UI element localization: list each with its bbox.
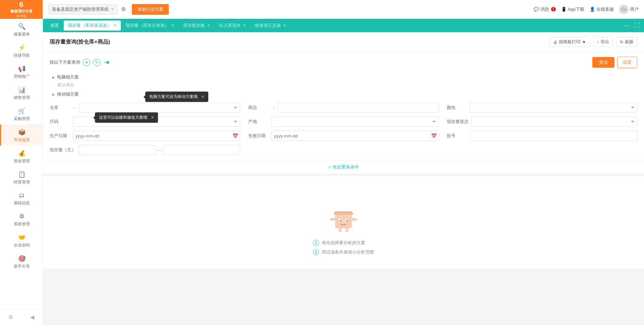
collapse-sidebar-btn[interactable]: ◀ bbox=[28, 313, 37, 322]
sidebar-item-purchase[interactable]: 🛒 采购管理 bbox=[0, 103, 43, 124]
tooltip-scheme-close[interactable]: ✕ bbox=[201, 95, 204, 99]
mobile-icon: 📱 bbox=[561, 7, 567, 12]
message-btn[interactable]: 💬 消息 6 bbox=[534, 6, 556, 12]
tooltip-create-close[interactable]: ✕ bbox=[151, 115, 154, 119]
sidebar-item-label: 营销推广 bbox=[14, 74, 30, 79]
expiry-date-label: 失效日期 bbox=[248, 133, 268, 139]
sidebar-item-basic[interactable]: 🗂 基础信息 bbox=[0, 188, 43, 209]
pc-node-sub: 默认商品 bbox=[58, 82, 637, 89]
product-input[interactable] bbox=[278, 103, 439, 113]
tab-home[interactable]: 首页 bbox=[46, 20, 64, 31]
production-date-input[interactable] bbox=[72, 131, 240, 141]
system-selector[interactable]: 装备及固定资产辅助管理系统 ▼ bbox=[48, 4, 118, 14]
svg-rect-9 bbox=[345, 228, 348, 232]
svg-rect-6 bbox=[330, 218, 335, 221]
tab-inventory-status[interactable]: 现存量（库存状况表） ✕ bbox=[64, 20, 121, 31]
filter-field-stock-qty: 现存量（主） — bbox=[50, 145, 240, 155]
topbar: 装备及固定资产辅助管理系统 ▼ ⚙ 体验行业方案 💬 消息 6 📱 App下载 … bbox=[43, 0, 644, 19]
purchase-icon: 🛒 bbox=[18, 107, 25, 115]
expiry-calendar-icon[interactable]: 📅 bbox=[431, 133, 437, 139]
tab-recv-summary-label: 收发存汇总表 bbox=[255, 22, 281, 29]
filter-field-production-date: 生产日期 📅 bbox=[50, 131, 240, 141]
support-icon: 👤 bbox=[590, 7, 595, 12]
stock-qty-max[interactable] bbox=[163, 145, 240, 155]
calendar-icon[interactable]: 📅 bbox=[232, 133, 238, 139]
refresh-btn[interactable]: ↻ 刷新 bbox=[616, 37, 637, 47]
sidebar-item-sales[interactable]: 📊 销售管理 bbox=[0, 82, 43, 103]
sidebar-item-guide[interactable]: 🎯 新手引导 bbox=[0, 251, 43, 272]
tab-recv-summary[interactable]: 收发存汇总表 ✕ bbox=[251, 20, 290, 31]
settings-bottom-btn[interactable]: ⚙ bbox=[6, 313, 16, 322]
export-btn[interactable]: ↑ 导出 bbox=[593, 37, 613, 47]
settings-btn[interactable]: 设置 bbox=[617, 57, 637, 68]
system-selector-arrow: ▼ bbox=[111, 7, 114, 11]
filter-add-btn[interactable]: + bbox=[83, 59, 90, 66]
tab-close-icon[interactable]: ✕ bbox=[207, 23, 210, 28]
topbar-gear-icon[interactable]: ⚙ bbox=[121, 6, 126, 12]
operations-icon: 📋 bbox=[18, 171, 25, 178]
warehouse-select[interactable] bbox=[79, 103, 240, 113]
user-btn[interactable]: Ea 用户 bbox=[619, 5, 639, 14]
empty-state: 1 请先选择要分析的方案 2 用过滤条件来缩小分析范围 bbox=[43, 176, 644, 269]
tab-maximize-btn[interactable]: ⛶ bbox=[633, 22, 641, 29]
app-download-label: App下载 bbox=[568, 6, 584, 12]
user-label: 用户 bbox=[630, 6, 639, 12]
tab-inventory-status-label: 现存量（库存状况表） bbox=[68, 22, 111, 29]
print-template-btn[interactable]: 🖨 按模板打印 ▼ bbox=[549, 37, 590, 47]
svg-marker-1 bbox=[333, 211, 354, 215]
tab-inout-flow[interactable]: 出入库流水 ✕ bbox=[215, 20, 250, 31]
scheme-node-pc[interactable]: ▶ 电脑端方案 bbox=[52, 73, 637, 82]
refresh-icon: ↻ bbox=[620, 40, 624, 45]
color-label: 颜色 bbox=[447, 105, 467, 111]
sidebar-item-operations[interactable]: 📋 经营管理 bbox=[0, 167, 43, 188]
color-select[interactable] bbox=[470, 103, 637, 113]
tab-inventory-dist[interactable]: 现存量（库存分布表） ✕ bbox=[121, 20, 178, 31]
stock-qty-min[interactable] bbox=[78, 145, 156, 155]
tab-close-icon[interactable]: ✕ bbox=[243, 23, 246, 28]
page-content: 现存量查询(按仓库+商品) 🖨 按模板打印 ▼ ↑ 导出 ↻ 刷新 bbox=[43, 32, 644, 325]
filter-field-expiry-date: 失效日期 📅 bbox=[248, 131, 439, 141]
sidebar-item-quick[interactable]: ⚡ 快捷导航 bbox=[0, 40, 43, 61]
tabs-bar: 首页 现存量（库存状况表） ✕ 现存量（库存分布表） ✕ 库存批次账 ✕ 出入库… bbox=[43, 19, 644, 32]
tab-minimize-btn[interactable]: — bbox=[623, 22, 631, 29]
sidebar-item-search[interactable]: 🔍 搜索菜单 bbox=[0, 19, 43, 40]
tab-close-icon[interactable]: ✕ bbox=[283, 23, 286, 28]
production-date-wrapper: 📅 bbox=[72, 131, 240, 141]
tab-close-icon[interactable]: ✕ bbox=[113, 23, 117, 28]
industry-btn[interactable]: 体验行业方案 bbox=[132, 4, 169, 15]
logo-main: 畅捷通好生意 bbox=[10, 9, 33, 13]
online-support-btn[interactable]: 👤 在线客服 bbox=[590, 6, 614, 12]
step-label-1: 请先选择要分析的方案 bbox=[322, 240, 365, 246]
sidebar-item-label: 采购管理 bbox=[14, 116, 30, 122]
batch-input[interactable] bbox=[470, 131, 637, 141]
avatar: Ea bbox=[619, 5, 629, 14]
collapse-icon: ∧ bbox=[328, 164, 332, 169]
scheme-node-mobile[interactable]: ▶ 移动端方案 bbox=[52, 90, 637, 99]
expiry-date-input[interactable] bbox=[271, 131, 439, 141]
sidebar-item-marketing[interactable]: 📢 营销推广 bbox=[0, 61, 43, 82]
sidebar-item-collab[interactable]: 🤝 企业协同 bbox=[0, 230, 43, 251]
tab-close-icon[interactable]: ✕ bbox=[171, 23, 174, 28]
pc-node-sub-hint: 默认商品 bbox=[58, 83, 74, 87]
sidebar-item-system[interactable]: ⚙ 系统管理 bbox=[0, 209, 43, 230]
tab-batch-account[interactable]: 库存批次账 ✕ bbox=[179, 20, 214, 31]
sidebar-item-inventory[interactable]: 📦 库存核算 bbox=[0, 124, 43, 146]
svg-rect-7 bbox=[352, 218, 357, 221]
print-icon: 🖨 bbox=[553, 40, 557, 45]
collapse-bar[interactable]: ∧ 收起更多条件 bbox=[43, 161, 644, 173]
query-btn[interactable]: 查询 bbox=[592, 57, 614, 68]
sidebar-item-label: 企业协同 bbox=[14, 242, 30, 248]
svg-point-4 bbox=[340, 220, 341, 222]
product-dots[interactable]: ··· bbox=[271, 105, 275, 111]
logo-icon: 6 bbox=[19, 0, 23, 9]
warehouse-dots[interactable]: ··· bbox=[72, 105, 77, 111]
sidebar-item-finance[interactable]: 💰 资金管理 bbox=[0, 146, 43, 167]
filter-edit-btn[interactable]: ✎ bbox=[93, 59, 100, 66]
origin-select[interactable] bbox=[271, 117, 439, 127]
step-label-2: 用过滤条件来缩小分析范围 bbox=[322, 249, 374, 255]
basic-icon: 🗂 bbox=[19, 192, 25, 199]
marketing-icon: 📢 bbox=[18, 65, 25, 72]
tooltip-scheme: 电脑方案可设为移动方案哦 ✕ bbox=[145, 92, 208, 102]
stock-status-select[interactable] bbox=[471, 117, 637, 127]
app-download-btn[interactable]: 📱 App下载 bbox=[561, 6, 584, 12]
